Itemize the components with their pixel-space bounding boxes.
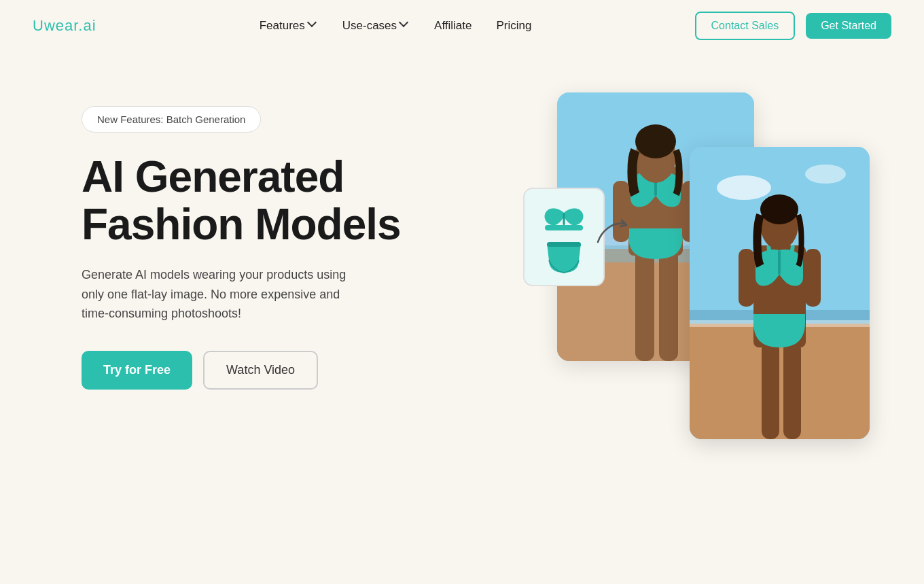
contact-sales-button[interactable]: Contact Sales	[695, 12, 796, 40]
nav-use-cases[interactable]: Use-cases	[342, 19, 410, 33]
product-flatlay-card	[523, 188, 605, 286]
nav-affiliate[interactable]: Affiliate	[434, 19, 472, 33]
model-image-2	[690, 147, 870, 439]
svg-rect-2	[547, 242, 581, 247]
feature-badge: New Features: Batch Generation	[82, 106, 261, 133]
navigation: Uwear.ai Features Use-cases Affiliate Pr…	[0, 0, 924, 52]
nav-pricing[interactable]: Pricing	[497, 19, 532, 33]
hero-image-composition	[489, 92, 870, 514]
chevron-down-icon	[400, 21, 410, 31]
hero-buttons: Try for Free Watch Video	[82, 351, 408, 390]
get-started-button[interactable]: Get Started	[806, 13, 891, 39]
svg-rect-0	[563, 213, 565, 225]
watch-video-button[interactable]: Watch Video	[203, 351, 318, 390]
swimsuit-bottom-image	[544, 240, 584, 274]
svg-rect-30	[805, 249, 821, 307]
svg-point-28	[760, 194, 798, 224]
svg-point-12	[635, 124, 676, 158]
nav-features[interactable]: Features	[260, 19, 318, 33]
try-free-button[interactable]: Try for Free	[82, 351, 192, 390]
nav-actions: Contact Sales Get Started	[695, 12, 891, 40]
chevron-down-icon	[308, 21, 318, 31]
svg-point-16	[717, 175, 771, 200]
svg-rect-7	[635, 249, 654, 361]
nav-links: Features Use-cases Affiliate Pricing	[260, 19, 532, 33]
hero-title: AI Generated Fashion Models	[82, 153, 408, 249]
arrow-icon	[594, 218, 635, 245]
hero-section: New Features: Batch Generation AI Genera…	[0, 52, 924, 541]
hero-content: New Features: Batch Generation AI Genera…	[82, 92, 408, 390]
svg-rect-1	[545, 225, 583, 230]
svg-rect-21	[762, 341, 779, 439]
svg-point-17	[805, 165, 846, 184]
logo[interactable]: Uwear.ai	[33, 17, 96, 35]
svg-rect-22	[783, 341, 801, 439]
svg-rect-29	[739, 249, 754, 307]
svg-rect-8	[659, 249, 678, 361]
svg-rect-24	[778, 250, 781, 275]
hero-description: Generate AI models wearing your products…	[82, 265, 367, 324]
swimsuit-top-image	[539, 201, 588, 236]
